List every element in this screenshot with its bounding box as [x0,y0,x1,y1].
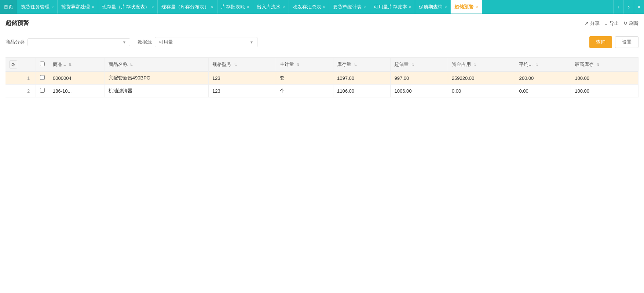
nav-stock-status[interactable]: 现存量（库存状况表） × [98,0,158,14]
nav-scroll-left-button[interactable]: ‹ [613,0,623,14]
row-settings-cell [6,72,21,85]
row-index: 2 [21,85,36,97]
table-header-product-code[interactable]: 商品... ⇅ [49,58,105,72]
table-row: 2 186-10... 机油滤清器 123 个 1106.00 1006.00 … [6,85,638,97]
table-header-spec[interactable]: 规格型号 ⇅ [209,58,276,72]
share-icon: ↗ [585,21,589,26]
product-category-label: 商品分类 [6,39,25,45]
refresh-button[interactable]: ↻ 刷新 [623,20,638,27]
table-header-product-name[interactable]: 商品名称 ⇅ [105,58,208,72]
row-checkbox[interactable] [40,75,45,80]
close-icon[interactable]: × [323,5,325,9]
data-source-filter: 数据源 可用量 ▼ [138,37,257,47]
row-max-stock: 100.00 [571,72,638,85]
row-checkbox-cell [36,85,49,97]
row-checkbox[interactable] [40,88,45,93]
nav-pick-exception[interactable]: 拣货异常处理 × [58,0,98,14]
table-header-unit[interactable]: 主计量 ⇅ [276,58,333,72]
nav-stock-distribution[interactable]: 现存量（库存分布表） × [158,0,217,14]
row-max-stock: 100.00 [571,85,638,97]
close-icon[interactable]: × [282,5,285,9]
row-stock: 1097.00 [333,72,391,85]
table-header-overstock[interactable]: 超储量 ⇅ [391,58,448,72]
settings-button[interactable]: 设置 [615,36,638,48]
row-product-code: 186-10... [49,85,105,97]
nav-available-stock[interactable]: 可用量库存账本 × [370,0,415,14]
close-icon[interactable]: × [211,5,213,9]
close-icon[interactable]: × [475,5,477,9]
nav-in-out-flow[interactable]: 出入库流水 × [253,0,289,14]
refresh-icon: ↻ [623,21,627,26]
row-avg: 0.00 [515,85,571,97]
chevron-down-icon: ▼ [250,40,253,44]
query-button[interactable]: 查询 [589,36,612,48]
nav-shelf-life[interactable]: 保质期查询 × [415,0,451,14]
row-capital: 259220.00 [448,72,515,85]
row-product-name: 六配套新昌490BPG [105,72,208,85]
nav-pick-task[interactable]: 拣货任务管理 × [17,0,58,14]
table-header-avg[interactable]: 平均... ⇅ [515,58,571,72]
page-content: 超储预警 ↗ 分享 ⤓ 导出 ↻ 刷新 商品分类 ▼ 数据源 [0,14,644,293]
row-overstock: 1006.00 [391,85,448,97]
data-source-value: 可用量 [159,39,173,45]
nav-batch-account[interactable]: 库存批次账 × [217,0,253,14]
table-header-stock[interactable]: 库存量 ⇅ [333,58,391,72]
close-icon[interactable]: × [247,5,249,9]
filter-actions: 查询 设置 [589,36,638,48]
chevron-down-icon: ▼ [122,40,126,44]
row-checkbox-cell [36,72,49,85]
close-icon[interactable]: × [363,5,366,9]
nav-home[interactable]: 首页 [0,0,17,14]
header-actions: ↗ 分享 ⤓ 导出 ↻ 刷新 [585,20,638,27]
row-unit: 套 [276,72,333,85]
row-index: 1 [21,72,36,85]
table-header-max-stock[interactable]: 最高库存 ⇅ [571,58,638,72]
share-button[interactable]: ↗ 分享 [585,20,600,27]
row-stock: 1106.00 [333,85,391,97]
page-header: 超储预警 ↗ 分享 ⤓ 导出 ↻ 刷新 [6,19,638,27]
row-spec: 123 [209,72,276,85]
data-source-label: 数据源 [138,39,152,45]
row-settings-cell [6,85,21,97]
nav-close-all-button[interactable]: × [634,0,644,14]
row-avg: 260.00 [515,72,571,85]
table-header-checkbox [36,58,49,72]
nav-requisition-stats[interactable]: 要货单统计表 × [329,0,370,14]
filter-area: 商品分类 ▼ 数据源 可用量 ▼ 查询 设置 [6,33,638,52]
table-header-settings: ⚙ [6,58,21,72]
row-overstock: 997.00 [391,72,448,85]
data-source-select[interactable]: 可用量 ▼ [155,37,257,47]
close-icon[interactable]: × [409,5,411,9]
row-product-name: 机油滤清器 [105,85,208,97]
table-header-row: ⚙ 商品... ⇅ 商品名称 ⇅ 规格型号 ⇅ 主计量 ⇅ [6,58,638,72]
close-icon[interactable]: × [151,5,154,9]
product-category-filter: 商品分类 ▼ [6,38,130,46]
table-row: 1 0000004 六配套新昌490BPG 123 套 1097.00 997.… [6,72,638,85]
row-capital: 0.00 [448,85,515,97]
close-icon[interactable]: × [51,5,54,9]
top-navigation: 首页 拣货任务管理 × 拣货异常处理 × 现存量（库存状况表） × 现存量（库存… [0,0,644,14]
nav-receipt-summary[interactable]: 收发存汇总表 × [289,0,329,14]
export-icon: ⤓ [604,21,608,26]
product-category-select[interactable]: ▼ [28,38,130,46]
row-spec: 123 [209,85,276,97]
select-all-checkbox[interactable] [40,62,45,66]
table-header-capital[interactable]: 资金占用 ⇅ [448,58,515,72]
data-table: ⚙ 商品... ⇅ 商品名称 ⇅ 规格型号 ⇅ 主计量 ⇅ [6,57,638,97]
nav-overstock-warning[interactable]: 超储预警 × [451,0,482,14]
export-button[interactable]: ⤓ 导出 [604,20,619,27]
table-header-index [21,58,36,72]
close-icon[interactable]: × [92,5,94,9]
page-title: 超储预警 [6,19,29,27]
row-product-code: 0000004 [49,72,105,85]
row-unit: 个 [276,85,333,97]
settings-icon[interactable]: ⚙ [9,60,17,68]
nav-scroll-right-button[interactable]: › [623,0,634,14]
close-icon[interactable]: × [444,5,447,9]
